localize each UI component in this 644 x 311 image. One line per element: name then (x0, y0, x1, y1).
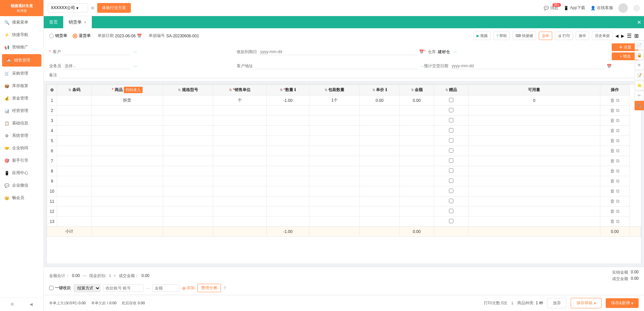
copy-row-icon[interactable]: ⧉ (616, 219, 619, 224)
gift-checkbox[interactable] (449, 138, 453, 143)
gift-checkbox[interactable] (449, 118, 453, 122)
customer-picker-btn[interactable]: ··· (134, 49, 137, 54)
sidebar-item-enterprise[interactable]: 🤝 企业协同 (0, 142, 43, 154)
remark-input[interactable] (59, 72, 639, 78)
customer-input[interactable] (63, 49, 130, 55)
tab-close-icon[interactable]: ✕ (84, 21, 86, 24)
nav-prev-icon[interactable]: ◀ (615, 34, 618, 38)
gift-checkbox[interactable] (449, 168, 453, 173)
sidebar-item-member[interactable]: 👑 畅会员 (0, 192, 43, 204)
delete-row-icon[interactable]: 🗑 (610, 168, 615, 174)
save-new-dropdown-icon[interactable]: ▾ (631, 301, 633, 306)
one-click-payment-input[interactable] (49, 286, 53, 290)
sidebar-item-guide[interactable]: 🎯 新手引导 (0, 154, 43, 167)
copy-row-icon[interactable]: ⧉ (616, 158, 619, 164)
list-view-icon[interactable]: ☰ (627, 33, 632, 39)
company-selector[interactable]: XXXXXX公司 ▾ (48, 3, 88, 12)
right-tool-2[interactable]: 🔒 (635, 50, 644, 60)
tab-home[interactable]: 首页 (44, 16, 63, 28)
print-btn[interactable]: 🖨 打印 (555, 32, 573, 40)
save-new-button[interactable]: 保存&新增 ▾ (606, 298, 639, 308)
select-btn[interactable]: 选单 (539, 32, 552, 40)
right-tool-1[interactable]: 📄 (635, 40, 644, 50)
user-avatar[interactable] (618, 3, 628, 13)
gift-checkbox[interactable] (449, 98, 453, 102)
app-download-item[interactable]: 📱 App下载 (564, 5, 585, 11)
sidebar-item-finance[interactable]: 💰 资金管理 (0, 92, 43, 105)
sidebar-item-marketing[interactable]: 📢 营销推广 (0, 41, 43, 53)
copy-row-icon[interactable]: ⧉ (616, 98, 619, 103)
delete-row-icon[interactable]: 🗑 (610, 98, 615, 103)
copy-row-icon[interactable]: ⧉ (616, 188, 619, 194)
add-payment-btn[interactable]: ⊕ 添加 (182, 285, 195, 291)
collapse-icon[interactable]: ◀ (27, 300, 35, 308)
copy-row-icon[interactable]: ⧉ (616, 148, 619, 154)
online-service-item[interactable]: 👤 在线客服 (591, 5, 613, 11)
radio-return-order[interactable]: 退货单 (73, 33, 91, 39)
copy-row-icon[interactable]: ⧉ (616, 128, 619, 133)
gift-checkbox[interactable] (449, 179, 453, 183)
video-btn[interactable]: ▶ 视频 (473, 32, 491, 40)
sidebar-item-basic-info[interactable]: 📋 基础信息 (0, 117, 43, 129)
payment-date-input[interactable] (259, 49, 417, 55)
help-btn[interactable]: ? 帮助 (493, 32, 510, 40)
sidebar-item-purchase[interactable]: 🛒 采购管理 (0, 67, 43, 80)
sidebar-item-wechat[interactable]: 💬 企业微信 (0, 179, 43, 192)
copy-row-icon[interactable]: ⧉ (616, 138, 619, 144)
warehouse-picker-btn[interactable]: ··· (453, 49, 457, 54)
settings-bottom-icon[interactable]: ⚙ (8, 300, 16, 308)
expense-split-btn[interactable]: 费用分摊 (197, 284, 221, 292)
copy-row-icon[interactable]: ⧉ (616, 178, 619, 184)
gift-checkbox[interactable] (449, 199, 453, 203)
right-tool-7[interactable]: 🔧 (635, 101, 644, 110)
save-draft-button[interactable]: 保存草稿 ▾ (571, 298, 602, 308)
discard-button[interactable]: 放弃 (547, 298, 567, 308)
addr-picker-btn[interactable]: ··· (421, 64, 424, 69)
ops-btn[interactable]: 操作 (576, 32, 589, 40)
sidebar-item-app-center[interactable]: 📱 应用中心 (0, 167, 43, 179)
copy-row-icon[interactable]: ⧉ (616, 208, 619, 214)
gift-checkbox[interactable] (449, 209, 453, 213)
sidebar-item-inventory[interactable]: 📦 库存核算 (0, 80, 43, 92)
shortcut-btn[interactable]: ⌨ 快捷键 (513, 32, 536, 40)
delete-row-icon[interactable]: 🗑 (610, 128, 615, 133)
delete-row-icon[interactable]: 🗑 (610, 208, 615, 214)
delete-row-icon[interactable]: 🗑 (610, 219, 615, 224)
date-calendar-icon[interactable]: 📅 (137, 34, 142, 38)
amount-input[interactable] (152, 284, 179, 292)
expected-date-input[interactable] (450, 63, 605, 69)
delete-row-icon[interactable]: 🗑 (610, 198, 615, 204)
expected-date-calendar-icon[interactable]: 📅 (607, 64, 612, 69)
copy-row-icon[interactable]: ⧉ (616, 118, 619, 123)
sidebar-item-sales[interactable]: 🏠 销售管理 (2, 54, 41, 67)
delete-row-icon[interactable]: 🗑 (610, 178, 615, 184)
save-draft-dropdown-icon[interactable]: ▾ (594, 301, 596, 306)
customer-addr-input[interactable] (255, 63, 418, 69)
copy-row-icon[interactable]: ⧉ (616, 108, 619, 113)
delete-row-icon[interactable]: 🗑 (610, 138, 615, 144)
delete-row-icon[interactable]: 🗑 (610, 148, 615, 154)
account-input[interactable] (103, 284, 144, 292)
gift-checkbox[interactable] (449, 219, 453, 223)
sidebar-item-quick-nav[interactable]: ⚡ 快捷导航 (0, 29, 43, 41)
settlement-method-select[interactable]: 结算方式 (74, 284, 101, 292)
salesperson-input[interactable] (63, 63, 130, 69)
one-click-payment-checkbox[interactable]: 一键收款 (49, 285, 71, 291)
scan-button[interactable]: 扫码录入 (124, 87, 143, 93)
sidebar-item-search[interactable]: 🔍 搜索菜单 (0, 16, 43, 29)
sidebar-item-operations[interactable]: 📊 经营管理 (0, 105, 43, 117)
delete-row-icon[interactable]: 🗑 (610, 158, 615, 164)
delete-row-icon[interactable]: 🗑 (610, 118, 615, 123)
copy-row-icon[interactable]: ⧉ (616, 198, 619, 204)
delete-row-icon[interactable]: 🗑 (610, 108, 615, 113)
gift-checkbox[interactable] (449, 158, 453, 163)
gift-checkbox[interactable] (449, 148, 453, 153)
nav-next-icon[interactable]: ▶ (621, 34, 624, 38)
right-tool-5[interactable]: ⭐ (635, 81, 644, 90)
gift-checkbox[interactable] (449, 108, 453, 112)
salesperson-picker-btn[interactable]: ··· (134, 64, 137, 69)
payment-date-calendar-icon[interactable]: 📅 (419, 49, 424, 54)
history-btn[interactable]: 历史单据 (592, 32, 613, 40)
radio-sales-order[interactable]: 销货单 (49, 33, 67, 39)
right-tool-6[interactable]: ✏ (635, 91, 644, 100)
